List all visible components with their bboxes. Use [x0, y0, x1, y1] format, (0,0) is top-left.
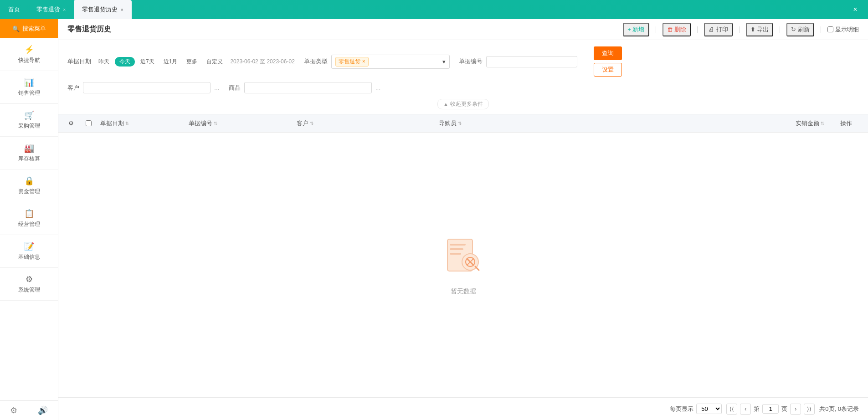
- date-btn-1month[interactable]: 近1月: [160, 57, 181, 67]
- sidebar-item-quick-nav-label: 快捷导航: [18, 56, 40, 64]
- sidebar-item-system-mgmt-label: 系统管理: [18, 286, 40, 294]
- date-btn-today[interactable]: 今天: [115, 57, 135, 67]
- show-detail-checkbox-label[interactable]: 显示明细: [827, 26, 859, 34]
- page-label: 第: [754, 405, 760, 413]
- sidebar-search[interactable]: 🔍 搜索菜单: [0, 19, 58, 38]
- pagination: 每页显示 50 10 20 100 ⟨⟨ ‹ 第 页 › ⟩⟩ 共0页, 0条记…: [58, 397, 868, 420]
- th-amount[interactable]: 实销金额 ⇅: [753, 119, 828, 128]
- tab-retail-return-history-close[interactable]: ×: [120, 7, 123, 12]
- th-date-label: 单据日期: [100, 119, 124, 128]
- date-range-text: 2023-06-02 至 2023-06-02: [230, 58, 294, 66]
- sidebar-item-operation-mgmt[interactable]: 📋 经营管理: [0, 202, 58, 235]
- query-button[interactable]: 查询: [594, 46, 622, 60]
- collapse-row: ▲ 收起更多条件: [67, 99, 859, 109]
- svg-rect-3: [450, 253, 461, 255]
- date-btn-more[interactable]: 更多: [183, 57, 201, 67]
- filter-voucher-type: 单据类型 零售退货 × ▾: [304, 55, 450, 69]
- first-page-btn[interactable]: ⟨⟨: [726, 404, 737, 415]
- settings-button[interactable]: 设置: [594, 63, 622, 77]
- date-btn-7days[interactable]: 近7天: [137, 57, 158, 67]
- voucher-type-select[interactable]: 零售退货 × ▾: [331, 55, 450, 69]
- filter-date: 单据日期 昨天 今天 近7天 近1月 更多 自定义 2023-06-02 至 2…: [67, 57, 295, 67]
- date-btn-custom[interactable]: 自定义: [203, 57, 226, 67]
- page-number-input[interactable]: [762, 404, 779, 414]
- th-num-sort-icon: ⇅: [214, 121, 217, 126]
- tab-retail-return-history[interactable]: 零售退货历史 ×: [74, 0, 131, 19]
- tab-retail-return-history-label: 零售退货历史: [82, 5, 118, 14]
- table-header: ⚙ 单据日期 ⇅ 单据编号 ⇅ 客户 ⇅ 导购员 ⇅ 实销金额: [58, 114, 868, 133]
- page-size-select: 每页显示 50 10 20 100: [670, 404, 722, 414]
- sidebar-item-sales-mgmt[interactable]: 📊 销售管理: [0, 71, 58, 104]
- sidebar-item-basic-info[interactable]: 📝 基础信息: [0, 235, 58, 268]
- th-date-sort-icon: ⇅: [125, 121, 129, 126]
- sidebar-item-inventory-label: 库存核算: [18, 155, 40, 163]
- page-nav: ⟨⟨ ‹ 第 页 › ⟩⟩: [726, 404, 815, 415]
- settings-bottom-icon[interactable]: ⚙: [10, 405, 17, 415]
- volume-icon[interactable]: 🔊: [38, 405, 48, 415]
- next-page-btn[interactable]: ›: [790, 404, 801, 415]
- purchase-mgmt-icon: 🛒: [24, 110, 34, 120]
- tab-home[interactable]: 首页: [0, 0, 28, 19]
- goods-dots-btn[interactable]: ...: [375, 84, 381, 92]
- sidebar-item-purchase-mgmt[interactable]: 🛒 采购管理: [0, 104, 58, 137]
- date-btn-yesterday[interactable]: 昨天: [95, 57, 113, 67]
- sidebar-item-quick-nav[interactable]: ⚡ 快捷导航: [0, 38, 58, 71]
- print-button[interactable]: 🖨 打印: [704, 23, 733, 36]
- filter-row-1: 单据日期 昨天 今天 近7天 近1月 更多 自定义 2023-06-02 至 2…: [67, 46, 859, 77]
- filter-voucher-num: 单据编号: [459, 56, 577, 67]
- show-detail-checkbox[interactable]: [827, 26, 833, 32]
- page-title: 零售退货历史: [67, 25, 111, 34]
- collapse-label: 收起更多条件: [450, 100, 483, 108]
- sidebar-item-system-mgmt[interactable]: ⚙ 系统管理: [0, 268, 58, 301]
- divider-2: [697, 26, 698, 33]
- tab-retail-return-close[interactable]: ×: [63, 7, 66, 12]
- refresh-button[interactable]: ↻ 刷新: [786, 23, 814, 36]
- prev-page-btn[interactable]: ‹: [740, 404, 751, 415]
- th-settings[interactable]: ⚙: [62, 120, 80, 127]
- tab-retail-return[interactable]: 零售退货 ×: [28, 0, 74, 19]
- th-customer[interactable]: 客户 ⇅: [293, 119, 435, 128]
- th-guide-label: 导购员: [439, 119, 457, 128]
- sidebar-item-purchase-mgmt-label: 采购管理: [18, 122, 40, 130]
- select-all-checkbox[interactable]: [86, 120, 92, 126]
- sidebar: 🔍 搜索菜单 ⚡ 快捷导航 📊 销售管理 🛒 采购管理 🏭 库存核算 🔒 资金管…: [0, 19, 58, 420]
- th-guide[interactable]: 导购员 ⇅: [435, 119, 544, 128]
- empty-state: 暂无数据: [58, 133, 868, 397]
- tab-retail-return-label: 零售退货: [36, 5, 60, 14]
- page-end-label: 页: [781, 405, 787, 413]
- per-page-label: 每页显示: [670, 405, 693, 413]
- operation-mgmt-icon: 📋: [24, 209, 34, 219]
- export-button[interactable]: ⬆ 导出: [746, 23, 774, 36]
- tab-bar: 首页 零售退货 × 零售退货历史 ×: [0, 0, 850, 19]
- last-page-btn[interactable]: ⟩⟩: [804, 404, 815, 415]
- query-btn-area: 查询 设置: [594, 46, 622, 77]
- customer-dots-btn[interactable]: ...: [214, 84, 220, 92]
- sales-mgmt-icon: 📊: [24, 77, 34, 87]
- customer-input[interactable]: [83, 82, 211, 93]
- goods-input[interactable]: [244, 82, 372, 93]
- divider-1: [656, 26, 656, 33]
- th-date[interactable]: 单据日期 ⇅: [97, 119, 185, 128]
- table-area: ⚙ 单据日期 ⇅ 单据编号 ⇅ 客户 ⇅ 导购员 ⇅ 实销金额: [58, 114, 868, 420]
- new-button[interactable]: + 新增: [623, 23, 649, 36]
- sidebar-item-inventory[interactable]: 🏭 库存核算: [0, 137, 58, 169]
- th-checkbox[interactable]: [80, 120, 97, 126]
- voucher-num-input[interactable]: [486, 56, 577, 67]
- window-close-button[interactable]: ×: [850, 4, 861, 15]
- th-customer-sort-icon: ⇅: [310, 121, 313, 126]
- collapse-button[interactable]: ▲ 收起更多条件: [437, 99, 489, 109]
- th-amount-label: 实销金额: [796, 119, 819, 128]
- svg-rect-1: [450, 244, 466, 246]
- divider-5: [821, 26, 821, 33]
- page-size-dropdown[interactable]: 50 10 20 100: [696, 404, 722, 414]
- sidebar-item-sales-mgmt-label: 销售管理: [18, 89, 40, 97]
- filter-row-2: 客户 ... 商品 ...: [67, 82, 859, 93]
- page-header: 零售退货历史 + 新增 🗑 删除 🖨 打印 ⬆ 导出 ↻ 刷新 显示明细: [58, 19, 868, 40]
- delete-button[interactable]: 🗑 删除: [663, 23, 691, 36]
- sidebar-item-finance-mgmt[interactable]: 🔒 资金管理: [0, 169, 58, 202]
- voucher-type-tag-close[interactable]: ×: [362, 58, 365, 65]
- quick-nav-icon: ⚡: [24, 45, 34, 55]
- th-guide-sort-icon: ⇅: [458, 121, 462, 126]
- th-num[interactable]: 单据编号 ⇅: [185, 119, 293, 128]
- sidebar-bottom: ⚙ 🔊: [0, 400, 58, 420]
